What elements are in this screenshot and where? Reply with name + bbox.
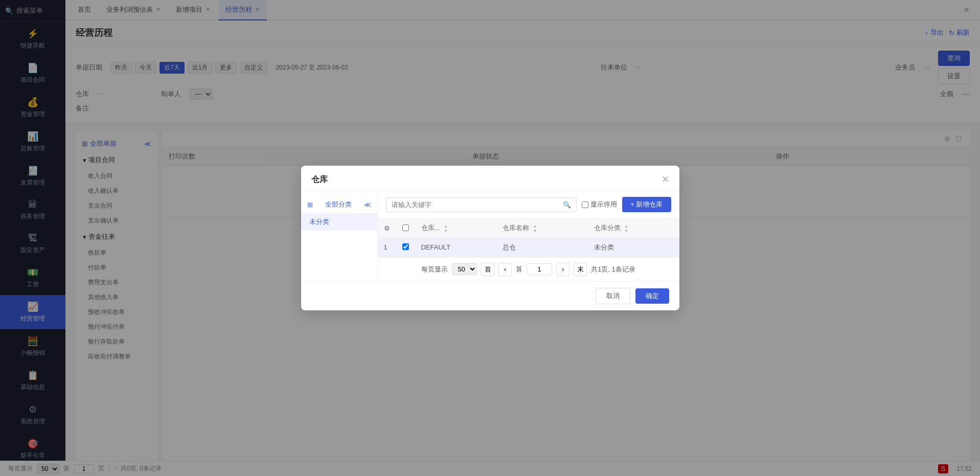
- col-checkbox: [396, 219, 415, 238]
- row-select-checkbox[interactable]: [402, 243, 409, 250]
- col-name: 仓库名称 ▲▼: [496, 219, 588, 238]
- dialog-sidebar-all-label: 全部分类: [325, 200, 352, 209]
- table-row[interactable]: 1 DEFAULT 总仓 未分类: [378, 238, 679, 257]
- dialog-search-bar: 🔍 显示停用 + 新增仓库: [378, 191, 679, 219]
- show-disabled-label: 显示停用: [590, 200, 617, 209]
- search-icon2: 🔍: [563, 201, 571, 209]
- col-code: 仓库... ▲▼: [415, 219, 496, 238]
- add-warehouse-button[interactable]: + 新增仓库: [622, 197, 671, 212]
- confirm-button[interactable]: 确定: [635, 288, 669, 304]
- dialog-next-page-btn[interactable]: ›: [556, 263, 569, 276]
- dialog-total-info: 共1页, 1条记录: [591, 265, 635, 274]
- dialog-actions: 取消 确定: [301, 281, 679, 310]
- dialog-first-page-btn[interactable]: 首: [481, 263, 494, 276]
- dialog-last-page-btn[interactable]: 末: [574, 263, 587, 276]
- cancel-button[interactable]: 取消: [596, 288, 630, 304]
- warehouse-dialog: 仓库 ✕ ⊞ 全部分类 ≪ 未分类 🔍: [301, 166, 679, 310]
- dialog-sidebar-all[interactable]: ⊞ 全部分类 ≪: [301, 196, 377, 213]
- row-checkbox[interactable]: [396, 238, 415, 257]
- dialog-per-page-select[interactable]: 50: [452, 263, 477, 275]
- col-gear: ⚙: [378, 219, 396, 238]
- col-category: 仓库分类 ▲▼: [588, 219, 679, 238]
- show-disabled-checkbox[interactable]: [582, 201, 588, 208]
- dialog-sidebar-uncategorized[interactable]: 未分类: [301, 213, 377, 231]
- dialog-page-label: 算: [516, 265, 522, 274]
- dialog-overlay: 仓库 ✕ ⊞ 全部分类 ≪ 未分类 🔍: [0, 0, 980, 476]
- dialog-body: ⊞ 全部分类 ≪ 未分类 🔍 显示停用: [301, 191, 679, 281]
- show-disabled-check[interactable]: 显示停用: [582, 200, 617, 209]
- dialog-search-wrapper: 🔍: [386, 197, 577, 212]
- dialog-search-input[interactable]: [392, 201, 560, 209]
- row-name: 总仓: [496, 238, 588, 257]
- dialog-header: 仓库 ✕: [301, 166, 679, 191]
- dialog-page-input[interactable]: [527, 263, 552, 275]
- dialog-per-page-label: 每页显示: [421, 265, 448, 274]
- dialog-table-wrapper: ⚙ 仓库... ▲▼ 仓库名称: [378, 219, 679, 257]
- dialog-close-btn[interactable]: ✕: [662, 174, 669, 185]
- row-num: 1: [378, 238, 396, 257]
- dialog-prev-page-btn[interactable]: ‹: [498, 263, 512, 276]
- row-category: 未分类: [588, 238, 679, 257]
- dialog-table: ⚙ 仓库... ▲▼ 仓库名称: [378, 219, 679, 257]
- col-gear-icon[interactable]: ⚙: [384, 224, 390, 232]
- dialog-sidebar: ⊞ 全部分类 ≪ 未分类: [301, 191, 378, 281]
- row-code: DEFAULT: [415, 238, 496, 257]
- dialog-sidebar-collapse-icon[interactable]: ≪: [364, 201, 371, 209]
- dialog-title: 仓库: [311, 174, 328, 185]
- select-all-checkbox[interactable]: [402, 224, 409, 231]
- dialog-main: 🔍 显示停用 + 新增仓库 ⚙: [378, 191, 679, 281]
- dialog-pagination: 每页显示 50 首 ‹ 算 › 末 共1页, 1条记录: [378, 257, 679, 281]
- grid-icon2: ⊞: [307, 201, 313, 209]
